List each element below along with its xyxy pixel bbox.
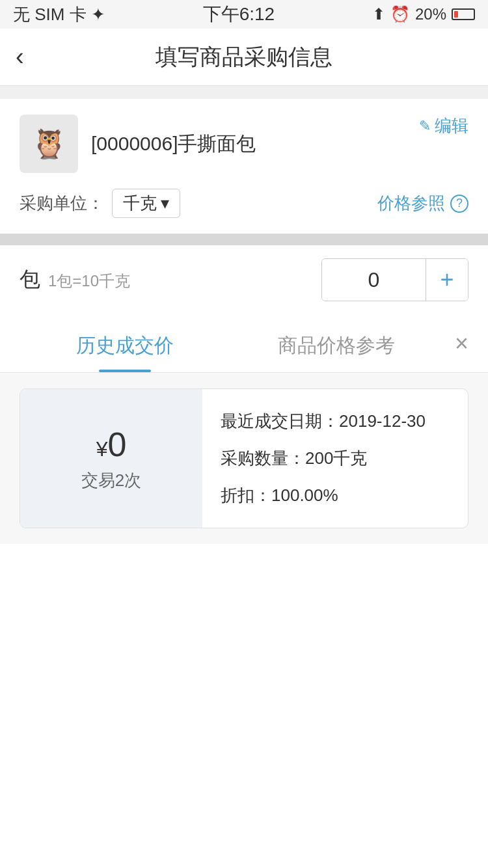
product-logo-icon: 🦉 [31, 127, 67, 161]
status-time: 下午6:12 [203, 2, 275, 27]
price-currency-symbol: ¥ [96, 437, 108, 461]
history-price-value: ¥0 [96, 425, 127, 464]
page-body [0, 544, 488, 868]
product-card: 🦉 [0000006]手撕面包 ✎ 编辑 采购单位： 千克 ▾ 价格参照 ? [0, 99, 488, 234]
dropdown-chevron-icon: ▾ [161, 193, 169, 213]
product-left: 🦉 [0000006]手撕面包 [20, 115, 256, 173]
quantity-unit: 包 [20, 265, 40, 294]
quantity-label: 包 1包=10千克 [20, 265, 130, 294]
quantity-control: + [321, 258, 468, 301]
purchase-quantity-label: 采购数量： [221, 448, 305, 468]
page-title: 填写商品采购信息 [156, 42, 332, 72]
tab-history-price[interactable]: 历史成交价 [20, 314, 230, 372]
product-footer: 采购单位： 千克 ▾ 价格参照 ? [20, 189, 468, 218]
product-name: [0000006]手撕面包 [91, 131, 256, 157]
sim-text: 无 SIM 卡 ✦ [13, 3, 105, 26]
unit-select-dropdown[interactable]: 千克 ▾ [112, 189, 180, 218]
recent-date-row: 最近成交日期：2019-12-30 [221, 409, 450, 434]
product-thumbnail: 🦉 [20, 115, 78, 173]
location-icon: ⬆ [372, 5, 385, 23]
quantity-plus-button[interactable]: + [426, 259, 468, 301]
edit-label: 编辑 [435, 115, 468, 137]
panel-tabs: 历史成交价 商品价格参考 × [0, 314, 488, 373]
status-bar: 无 SIM 卡 ✦ 下午6:12 ⬆ ⏰ 20% [0, 0, 488, 29]
status-left: 无 SIM 卡 ✦ [13, 3, 105, 26]
back-button[interactable]: ‹ [16, 43, 24, 71]
unit-value: 千克 [123, 192, 157, 215]
price-panel: 历史成交价 商品价格参考 × ¥0 交易2次 最近成交日期：2019-12-30… [0, 314, 488, 544]
panel-close-button[interactable]: × [442, 317, 468, 370]
status-right: ⬆ ⏰ 20% [372, 5, 475, 23]
discount-row: 折扣：100.00% [221, 483, 450, 508]
history-content: ¥0 交易2次 最近成交日期：2019-12-30 采购数量：200千克 折扣：… [0, 373, 488, 544]
discount-label: 折扣： [221, 485, 271, 505]
recent-date-label: 最近成交日期： [221, 411, 339, 431]
price-ref-label: 价格参照 [377, 192, 445, 215]
recent-date-value: 2019-12-30 [339, 411, 426, 431]
edit-icon: ✎ [419, 118, 431, 135]
quantity-row: 包 1包=10千克 + [0, 245, 488, 314]
purchase-quantity-value: 200千克 [305, 448, 367, 468]
edit-button[interactable]: ✎ 编辑 [419, 115, 468, 137]
history-card: ¥0 交易2次 最近成交日期：2019-12-30 采购数量：200千克 折扣：… [20, 388, 468, 528]
unit-label: 采购单位： [20, 192, 104, 215]
history-trades-count: 交易2次 [81, 469, 141, 492]
quantity-input[interactable] [322, 259, 426, 301]
discount-value: 100.00% [271, 485, 338, 505]
nav-bar: ‹ 填写商品采购信息 [0, 29, 488, 86]
quantity-hint: 1包=10千克 [48, 271, 130, 292]
unit-row: 采购单位： 千克 ▾ [20, 189, 180, 218]
alarm-icon: ⏰ [390, 5, 410, 23]
section-divider [0, 234, 488, 245]
history-price-summary: ¥0 交易2次 [20, 389, 202, 528]
help-icon: ? [450, 195, 468, 213]
battery-percent: 20% [415, 5, 446, 23]
product-header: 🦉 [0000006]手撕面包 ✎ 编辑 [20, 115, 468, 173]
history-details: 最近成交日期：2019-12-30 采购数量：200千克 折扣：100.00% [202, 389, 468, 528]
price-reference-button[interactable]: 价格参照 ? [377, 192, 468, 215]
purchase-quantity-row: 采购数量：200千克 [221, 446, 450, 471]
battery-icon [452, 8, 475, 20]
tab-product-price-ref[interactable]: 商品价格参考 [230, 314, 441, 372]
